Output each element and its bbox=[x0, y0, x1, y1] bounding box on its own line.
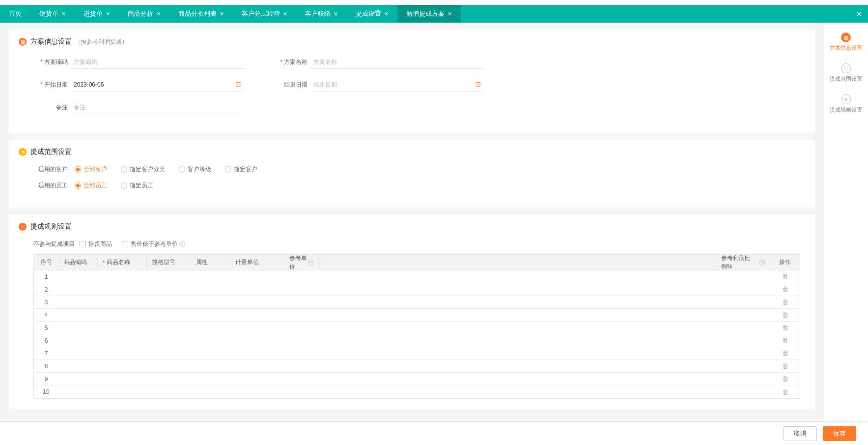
delete-icon[interactable]: 🗑 bbox=[782, 337, 788, 344]
customer-scope-option-2[interactable]: 客户等级 bbox=[179, 165, 211, 174]
tab-销货单[interactable]: 销货单✕ bbox=[30, 5, 75, 23]
cell-spec[interactable] bbox=[147, 360, 191, 372]
cell-name[interactable] bbox=[98, 360, 147, 372]
cell-unit[interactable] bbox=[230, 270, 284, 283]
cell-price[interactable] bbox=[284, 322, 319, 334]
cell-attr[interactable] bbox=[191, 296, 230, 308]
cell-unit[interactable] bbox=[230, 322, 284, 334]
close-icon[interactable]: ✕ bbox=[448, 11, 452, 17]
input-remark[interactable] bbox=[72, 100, 244, 114]
cell-attr[interactable] bbox=[191, 386, 230, 398]
cell-price[interactable] bbox=[284, 373, 319, 385]
cell-ratio[interactable] bbox=[716, 283, 770, 296]
table-row[interactable]: 10🗑 bbox=[34, 386, 800, 398]
tab-提成设置[interactable]: 提成设置✕ bbox=[347, 5, 397, 23]
cell-code[interactable] bbox=[58, 360, 98, 372]
delete-icon[interactable]: 🗑 bbox=[782, 298, 788, 306]
tab-新增提成方案[interactable]: 新增提成方案✕ bbox=[397, 5, 461, 23]
table-row[interactable]: 6🗑 bbox=[34, 334, 800, 347]
cell-spec[interactable] bbox=[147, 334, 191, 347]
tab-商品分析[interactable]: 商品分析✕ bbox=[119, 5, 169, 23]
cell-ratio[interactable] bbox=[716, 296, 770, 308]
cell-spec[interactable] bbox=[147, 322, 191, 334]
cell-spec[interactable] bbox=[147, 283, 191, 296]
cell-ratio[interactable] bbox=[716, 360, 770, 372]
cell-price[interactable] bbox=[284, 386, 319, 398]
input-plan-code[interactable] bbox=[72, 55, 244, 69]
tab-进货单[interactable]: 进货单✕ bbox=[75, 5, 119, 23]
customer-scope-option-0[interactable]: 全部客户 bbox=[75, 165, 107, 174]
delete-icon[interactable]: 🗑 bbox=[782, 375, 788, 383]
cell-name[interactable] bbox=[98, 309, 147, 321]
cell-attr[interactable] bbox=[191, 334, 230, 347]
cell-code[interactable] bbox=[58, 334, 98, 347]
cell-spec[interactable] bbox=[147, 309, 191, 321]
table-row[interactable]: 8🗑 bbox=[34, 360, 800, 373]
cell-attr[interactable] bbox=[191, 309, 230, 321]
cell-code[interactable] bbox=[58, 270, 98, 283]
customer-scope-option-3[interactable]: 指定客户 bbox=[225, 165, 257, 174]
tab-客户分层经营[interactable]: 客户分层经营✕ bbox=[233, 5, 296, 23]
close-icon[interactable]: ✕ bbox=[156, 11, 161, 17]
cell-code[interactable] bbox=[58, 283, 98, 296]
cell-name[interactable] bbox=[98, 334, 147, 347]
input-start-date[interactable] bbox=[72, 78, 244, 91]
tab-商品分析列表[interactable]: 商品分析列表✕ bbox=[169, 5, 233, 23]
cell-ratio[interactable] bbox=[716, 334, 770, 347]
cell-price[interactable] bbox=[284, 309, 319, 321]
cell-unit[interactable] bbox=[230, 296, 284, 308]
help-icon[interactable]: ? bbox=[759, 260, 765, 266]
cell-code[interactable] bbox=[58, 322, 98, 334]
cell-spec[interactable] bbox=[147, 347, 191, 359]
employee-scope-option-0[interactable]: 全部员工 bbox=[75, 181, 107, 190]
tab-bar-close-icon[interactable]: ✕ bbox=[856, 9, 862, 19]
cell-spec[interactable] bbox=[147, 270, 191, 283]
tab-客户联络[interactable]: 客户联络✕ bbox=[296, 5, 347, 23]
delete-icon[interactable]: 🗑 bbox=[782, 324, 788, 331]
cell-name[interactable] bbox=[98, 296, 147, 308]
cell-attr[interactable] bbox=[191, 360, 230, 372]
table-row[interactable]: 2🗑 bbox=[34, 283, 800, 296]
checkbox-below-ref-price[interactable]: 售价低于参考单价? bbox=[122, 240, 185, 248]
cell-unit[interactable] bbox=[230, 334, 284, 347]
input-plan-name[interactable] bbox=[311, 55, 483, 69]
cell-code[interactable] bbox=[58, 309, 98, 321]
cell-price[interactable] bbox=[284, 270, 319, 283]
cell-unit[interactable] bbox=[230, 373, 284, 385]
table-row[interactable]: 4🗑 bbox=[34, 309, 800, 322]
cell-ratio[interactable] bbox=[716, 373, 770, 385]
close-icon[interactable]: ✕ bbox=[384, 11, 389, 17]
cell-code[interactable] bbox=[58, 373, 98, 385]
table-row[interactable]: 9🗑 bbox=[34, 373, 800, 386]
cell-spec[interactable] bbox=[147, 386, 191, 398]
cell-name[interactable] bbox=[98, 270, 147, 283]
delete-icon[interactable]: 🗑 bbox=[782, 286, 788, 293]
cell-ratio[interactable] bbox=[716, 347, 770, 359]
cell-name[interactable] bbox=[98, 283, 147, 296]
cell-ratio[interactable] bbox=[716, 270, 770, 283]
cell-name[interactable] bbox=[98, 322, 147, 334]
customer-scope-option-1[interactable]: 指定客户分类 bbox=[121, 165, 165, 174]
cell-unit[interactable] bbox=[230, 386, 284, 398]
help-icon[interactable]: ? bbox=[179, 241, 185, 247]
table-row[interactable]: 1🗑 bbox=[34, 270, 800, 283]
cell-price[interactable] bbox=[284, 296, 319, 308]
cell-ratio[interactable] bbox=[716, 322, 770, 334]
cell-attr[interactable] bbox=[191, 283, 230, 296]
cell-price[interactable] bbox=[284, 347, 319, 359]
delete-icon[interactable]: 🗑 bbox=[782, 388, 788, 396]
input-end-date[interactable] bbox=[311, 78, 483, 91]
table-row[interactable]: 5🗑 bbox=[34, 322, 800, 334]
cell-name[interactable] bbox=[98, 347, 147, 359]
anchor-item-2[interactable]: ≡提成规则设置 bbox=[830, 94, 862, 114]
cell-code[interactable] bbox=[58, 386, 98, 398]
cell-code[interactable] bbox=[58, 347, 98, 359]
close-icon[interactable]: ✕ bbox=[106, 11, 110, 17]
close-icon[interactable]: ✕ bbox=[220, 11, 224, 17]
table-row[interactable]: 3🗑 bbox=[34, 296, 800, 309]
cell-name[interactable] bbox=[98, 386, 147, 398]
close-icon[interactable]: ✕ bbox=[334, 11, 338, 17]
close-icon[interactable]: ✕ bbox=[283, 11, 287, 17]
cell-price[interactable] bbox=[284, 334, 319, 347]
cell-ratio[interactable] bbox=[716, 386, 770, 398]
